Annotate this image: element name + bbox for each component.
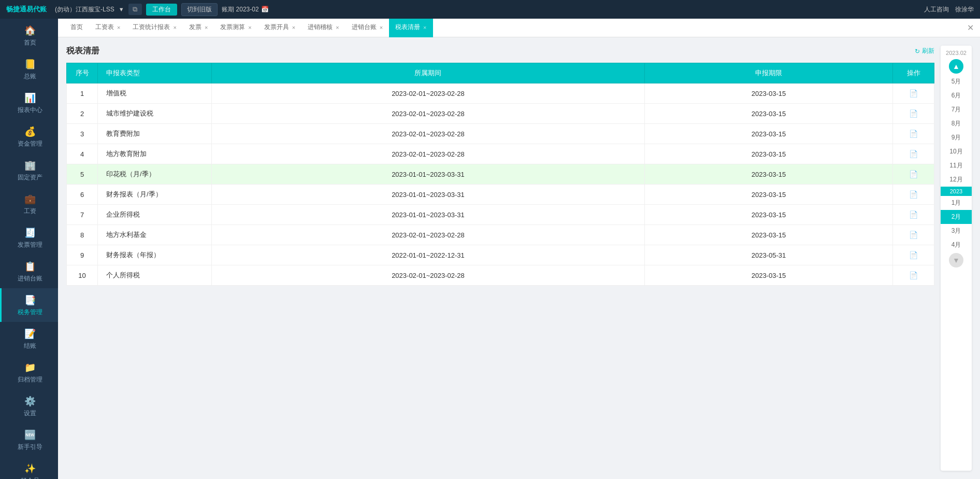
table-row: 4 地方教育附加 2023-02-01~2023-02-28 2023-03-1… xyxy=(67,144,934,164)
top-bar-right: 人工咨询 徐涂华 xyxy=(924,5,974,14)
user-label[interactable]: 徐涂华 xyxy=(955,5,974,14)
period-display: 账期 2023-02 📅 xyxy=(222,5,269,14)
sidebar-item-ledger[interactable]: 📒 总账 xyxy=(0,52,58,86)
action-icon[interactable]: 📄 xyxy=(909,130,918,138)
sidebar-item-fund[interactable]: 💰 资金管理 xyxy=(0,120,58,153)
cell-deadline: 2023-03-15 xyxy=(644,185,892,205)
col-action: 操作 xyxy=(893,63,934,83)
cell-deadline: 2023-03-15 xyxy=(644,144,892,164)
fund-icon: 💰 xyxy=(24,126,36,137)
calendar-month-10[interactable]: 10月 xyxy=(941,145,972,159)
tab-tax-list-close[interactable]: × xyxy=(423,24,426,31)
cell-period: 2023-02-01~2023-02-28 xyxy=(212,144,645,164)
calendar-up-nav[interactable]: ▲ xyxy=(949,59,963,74)
sidebar-item-settings[interactable]: ⚙️ 设置 xyxy=(0,389,58,423)
sidebar-item-salary[interactable]: 💼 工资 xyxy=(0,187,58,221)
tab-bar-close-all[interactable]: ✕ xyxy=(967,23,974,33)
tab-tax-list[interactable]: 税表清册 × xyxy=(389,19,433,37)
calendar-month-7[interactable]: 7月 xyxy=(941,103,972,117)
calendar-month-5[interactable]: 5月 xyxy=(941,75,972,89)
tab-purch-audit-close[interactable]: × xyxy=(336,24,339,31)
calendar-month-11[interactable]: 11月 xyxy=(941,159,972,173)
calendar-header-year: 2023.02 xyxy=(944,49,969,57)
calendar-down-nav[interactable]: ▼ xyxy=(949,253,963,267)
tab-salary-table-close[interactable]: × xyxy=(117,24,120,31)
table-row: 6 财务报表（月/季） 2023-01-01~2023-03-31 2023-0… xyxy=(67,185,934,205)
cell-action: 📄 xyxy=(893,164,934,185)
calendar-month-6[interactable]: 6月 xyxy=(941,89,972,103)
table-row: 8 地方水利基金 2023-02-01~2023-02-28 2023-03-1… xyxy=(67,225,934,245)
cell-period: 2023-02-01~2023-02-28 xyxy=(212,225,645,245)
calendar-icon[interactable]: 📅 xyxy=(261,6,269,13)
calendar-month-2-active[interactable]: 2月 xyxy=(941,210,972,224)
table-row: 1 增值税 2023-02-01~2023-02-28 2023-03-15 📄 xyxy=(67,83,934,104)
sidebar-item-report[interactable]: 📊 报表中心 xyxy=(0,86,58,120)
action-icon[interactable]: 📄 xyxy=(909,251,918,259)
calendar-month-3[interactable]: 3月 xyxy=(941,224,972,238)
tab-invoice-issue-close[interactable]: × xyxy=(292,24,295,31)
table-row: 5 印花税（月/季） 2023-01-01~2023-03-31 2023-03… xyxy=(67,164,934,185)
action-icon[interactable]: 📄 xyxy=(909,190,918,199)
company-dropdown[interactable]: ▼ xyxy=(119,6,124,12)
action-icon[interactable]: 📄 xyxy=(909,109,918,118)
cell-type: 个人所得税 xyxy=(98,265,212,286)
tab-purch-ledger[interactable]: 进销台账 × xyxy=(345,19,389,37)
tab-invoice[interactable]: 发票 × xyxy=(183,19,214,37)
cell-action: 📄 xyxy=(893,205,934,225)
cell-seq: 2 xyxy=(67,104,98,124)
col-deadline: 申报期限 xyxy=(644,63,892,83)
calendar-month-8[interactable]: 8月 xyxy=(941,117,972,131)
main-layout: 🏠 首页 📒 总账 📊 报表中心 💰 资金管理 🏢 固定资产 💼 工资 🧾 发票… xyxy=(0,19,980,479)
sidebar-item-newguide[interactable]: 🆕 新手引导 xyxy=(0,423,58,457)
tab-purch-ledger-close[interactable]: × xyxy=(380,24,383,31)
tab-salary-table[interactable]: 工资表 × xyxy=(89,19,126,37)
sidebar-item-purchsale[interactable]: 📋 进销台账 xyxy=(0,255,58,288)
action-icon[interactable]: 📄 xyxy=(909,89,918,97)
newguide-icon: 🆕 xyxy=(24,429,36,441)
sidebar-item-invoice[interactable]: 🧾 发票管理 xyxy=(0,221,58,255)
copy-icon-btn[interactable]: ⧉ xyxy=(128,4,142,15)
refresh-button[interactable]: ↻ 刷新 xyxy=(915,47,934,55)
sidebar-item-archive[interactable]: 📁 归档管理 xyxy=(0,356,58,389)
sidebar-item-vip[interactable]: ✨ 畅会员 xyxy=(0,457,58,479)
calendar-month-1[interactable]: 1月 xyxy=(941,196,972,210)
purchsale-icon: 📋 xyxy=(24,261,36,272)
sidebar-item-fixed[interactable]: 🏢 固定资产 xyxy=(0,153,58,187)
home-icon: 🏠 xyxy=(24,25,36,36)
sidebar-item-tax[interactable]: 📑 税务管理 xyxy=(0,288,58,322)
tab-salary-report[interactable]: 工资统计报表 × xyxy=(126,19,182,37)
cell-seq: 9 xyxy=(67,245,98,265)
tab-invoice-issue[interactable]: 发票开具 × xyxy=(258,19,301,37)
tab-invoice-issue-label: 发票开具 xyxy=(264,23,289,32)
sidebar-label-invoice: 发票管理 xyxy=(18,241,42,249)
action-icon[interactable]: 📄 xyxy=(909,271,918,279)
action-icon[interactable]: 📄 xyxy=(909,170,918,178)
workspace-button[interactable]: 工作台 xyxy=(146,4,177,16)
sidebar-item-home[interactable]: 🏠 首页 xyxy=(0,19,58,52)
cell-type: 财务报表（月/季） xyxy=(98,185,212,205)
tab-home[interactable]: 首页 xyxy=(64,19,89,37)
tab-purch-audit[interactable]: 进销稽核 × xyxy=(301,19,345,37)
tab-invoice-close[interactable]: × xyxy=(205,24,208,31)
tax-icon: 📑 xyxy=(24,294,36,306)
cell-type: 地方水利基金 xyxy=(98,225,212,245)
calendar-month-9[interactable]: 9月 xyxy=(941,131,972,145)
page-content: 税表清册 ↻ 刷新 序号 申报表类型 所属期间 xyxy=(58,37,980,479)
switch-version-button[interactable]: 切到旧版 xyxy=(181,3,218,16)
cell-type: 企业所得税 xyxy=(98,205,212,225)
sidebar-item-settle[interactable]: 📝 结账 xyxy=(0,322,58,356)
tab-invoice-calc[interactable]: 发票测算 × xyxy=(214,19,257,37)
vip-icon: ✨ xyxy=(24,463,36,474)
action-icon[interactable]: 📄 xyxy=(909,210,918,219)
help-label[interactable]: 人工咨询 xyxy=(924,5,949,14)
right-calendar-panel: 2023.02 ▲ 5月 6月 7月 8月 9月 10月 11月 12月 202… xyxy=(941,46,972,471)
action-icon[interactable]: 📄 xyxy=(909,231,918,239)
calendar-month-4[interactable]: 4月 xyxy=(941,238,972,252)
cell-period: 2023-01-01~2023-03-31 xyxy=(212,185,645,205)
tab-invoice-calc-close[interactable]: × xyxy=(248,24,251,31)
calendar-month-12[interactable]: 12月 xyxy=(941,173,972,187)
page-title: 税表清册 xyxy=(66,46,99,57)
tab-invoice-calc-label: 发票测算 xyxy=(220,23,245,32)
tab-salary-report-close[interactable]: × xyxy=(173,24,176,31)
action-icon[interactable]: 📄 xyxy=(909,150,918,158)
